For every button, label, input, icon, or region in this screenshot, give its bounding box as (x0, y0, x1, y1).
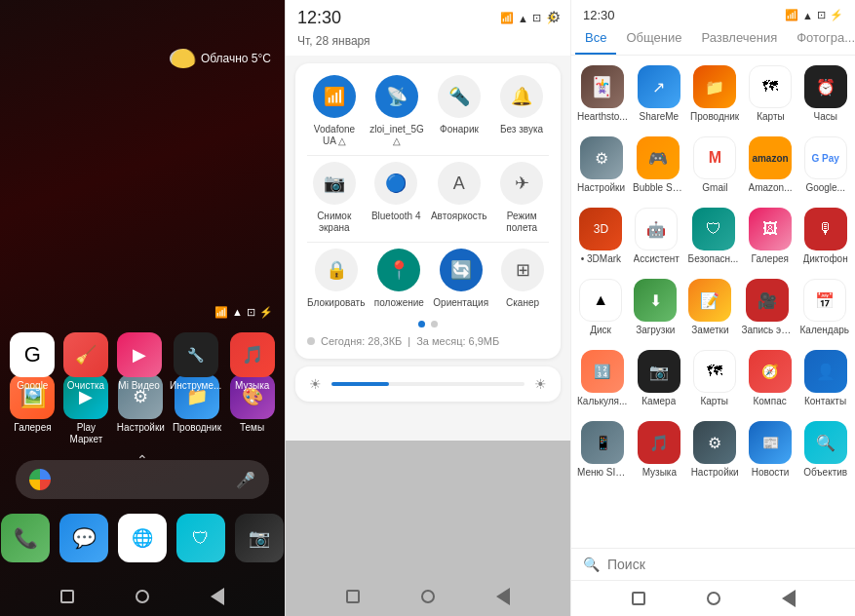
qs-tile-location[interactable]: 📍 положение (372, 249, 425, 309)
drawer-item-downloads[interactable]: ⬇ Загрузки (630, 275, 680, 340)
brightness-slider[interactable] (331, 382, 525, 386)
dot-1 (418, 321, 425, 327)
sim-tile-icon: 📶 (313, 75, 356, 118)
nav-recents[interactable] (58, 587, 77, 606)
drawer-item-camera2[interactable]: 📷 Камера (633, 346, 684, 411)
drawer-item-sim[interactable]: 📱 Меню SIM... (575, 417, 630, 482)
qs-tile-orientation[interactable]: 🔄 Ориентация (433, 249, 488, 309)
qs-tile-bluetooth[interactable]: 🔵 Bluetooth 4 (369, 162, 422, 234)
drawer-battery-icon: ⚡ (830, 9, 843, 21)
qs-tile-airplane[interactable]: ✈ Режим полета (495, 162, 549, 234)
qs-tile-lock[interactable]: 🔒 Блокировать (307, 249, 365, 309)
drawer-item-calendar[interactable]: 📅 Календарь (798, 275, 851, 340)
app-clean[interactable]: 🧹 Очистка (63, 332, 109, 392)
qs-tile-flashlight[interactable]: 🔦 Фонарик (432, 75, 486, 147)
calc-icon: 🔢 (581, 350, 624, 393)
camera-icon: 📷 (235, 514, 284, 562)
drawer-item-gallery2[interactable]: 🖼 Галерея (744, 204, 796, 269)
qs-tiles-row3: 🔒 Блокировать 📍 положение 🔄 Ориентация ⊞… (307, 249, 549, 309)
qs-tiles-row2: 📷 Снимок экрана 🔵 Bluetooth 4 A Автоярко… (307, 162, 549, 234)
drawer-item-news[interactable]: 📰 Новости (745, 417, 797, 482)
drawer-item-dictaphone[interactable]: 🎙 Диктофон (799, 204, 851, 269)
search-input[interactable] (607, 557, 843, 572)
drawer-item-notes[interactable]: 📝 Заметки (684, 275, 735, 340)
drawer-item-clock[interactable]: ⏰ Часы (800, 61, 851, 127)
drawer-search-bar[interactable]: 🔍 (571, 548, 855, 580)
drawer-item-lens[interactable]: 🔍 Объектив (799, 417, 851, 482)
app-tools[interactable]: 🔧 Инструме... (170, 332, 221, 392)
nav-back[interactable] (208, 587, 227, 606)
dock-camera[interactable]: 📷 (235, 514, 284, 562)
explorer-label: Проводник (690, 111, 739, 123)
drawer-item-3dmark[interactable]: 3D • 3DMark (575, 204, 627, 269)
dock-chrome[interactable]: 🌐 (118, 514, 167, 562)
drawer-item-drive[interactable]: ▲ Диск (575, 275, 626, 340)
gmail-label: Gmail (702, 182, 727, 194)
drawer-item-calc[interactable]: 🔢 Калькуля... (575, 346, 629, 411)
lock-wifi-icon: ▲ (232, 306, 243, 318)
qs-tile-autobrightness[interactable]: A Автояркость (431, 162, 487, 234)
drawer-item-explorer[interactable]: 📁 Проводник (688, 61, 741, 127)
qs-tile-scanner[interactable]: ⊞ Сканер (496, 249, 549, 309)
qs-tile-silent[interactable]: 🔔 Без звука (494, 75, 549, 147)
clean-icon: 🧹 (63, 332, 108, 377)
drawer-item-amazon[interactable]: amazon Amazon... (745, 133, 797, 198)
qs-page-dots (307, 317, 549, 331)
drawer-item-compass[interactable]: 🧭 Компас (744, 346, 796, 411)
dock-security[interactable]: 🛡 (176, 514, 225, 562)
notes-label: Заметки (691, 325, 728, 336)
music2-label: Музыка (642, 467, 677, 479)
qs-brightness-row: ☀ ☀ (295, 366, 561, 402)
qs-tiles-row1: 📶 Vodafone UA △ 📡 zloi_inet_5G △ 🔦 Фонар… (307, 75, 549, 147)
flashlight-tile-label: Фонарик (440, 124, 479, 135)
google-search-icon (29, 469, 51, 490)
tab-communication[interactable]: Общение (616, 22, 691, 55)
tab-all[interactable]: Все (575, 22, 616, 55)
qs-tile-screenshot[interactable]: 📷 Снимок экрана (307, 162, 361, 234)
app-google[interactable]: G Google (10, 332, 56, 392)
qs-nav-home[interactable] (418, 587, 438, 606)
drawer-item-music2[interactable]: 🎵 Музыка (634, 417, 685, 482)
drawer-item-settings2[interactable]: ⚙ Настройки (575, 133, 627, 198)
qs-nav-back[interactable] (493, 587, 513, 606)
app-mivideo[interactable]: ▶ Mi Видео (116, 332, 162, 392)
lock-screen: 📶 ▲ ⊡ ⚡ 12:26 Чт, 28 января Облачно 5°C … (0, 0, 285, 616)
tab-photo[interactable]: Фотогра... (787, 22, 855, 55)
app-music[interactable]: 🎵 Музыка (229, 332, 275, 392)
drawer-item-gpay[interactable]: G Pay Google... (799, 133, 851, 198)
compass-icon: 🧭 (749, 350, 792, 393)
drawer-nav-recents[interactable] (629, 589, 648, 608)
drawer-item-contacts[interactable]: 👤 Контакты (799, 346, 851, 411)
drawer-item-hearthstone[interactable]: 🃏 Hearthsto... (575, 61, 630, 127)
drawer-item-gmail[interactable]: M Gmail (689, 133, 741, 198)
drawer-item-video[interactable]: 🎥 Запись эк... (740, 275, 795, 340)
weather-icon (170, 49, 197, 68)
search-bar[interactable]: 🎤 (16, 460, 269, 499)
lock-battery-icon: ⚡ (259, 306, 273, 319)
camera2-label: Камера (641, 396, 676, 407)
drawer-nav-back[interactable] (779, 589, 798, 608)
drawer-item-security2[interactable]: 🛡 Безопасн... (686, 204, 741, 269)
nav-home[interactable] (133, 587, 152, 606)
app-files-label: Проводник (173, 422, 221, 434)
dock-messages[interactable]: 💬 (59, 514, 108, 562)
gallery2-label: Галерея (752, 253, 789, 265)
qs-tile-wifi[interactable]: 📡 zloi_inet_5G △ (369, 75, 424, 147)
drawer-row-2: ⚙ Настройки 🎮 Bubble Sto... M Gmail amaz… (575, 133, 851, 198)
settings-gear-button[interactable]: ⚙ (547, 8, 561, 26)
drawer-item-maps[interactable]: 🗺 Карты (745, 61, 796, 127)
usage-dot (307, 337, 315, 345)
dock-phone[interactable]: 📞 (1, 514, 50, 562)
qs-tile-sim[interactable]: 📶 Vodafone UA △ (307, 75, 362, 147)
drawer-item-bubble[interactable]: 🎮 Bubble Sto... (631, 133, 685, 198)
airplane-tile-label: Режим полета (495, 211, 549, 234)
drawer-item-assistant[interactable]: 🤖 Ассистент (631, 204, 682, 269)
drawer-item-maps2[interactable]: 🗺 Карты (688, 346, 740, 411)
tab-entertainment[interactable]: Развлечения (691, 22, 787, 55)
drawer-nav-home[interactable] (704, 589, 723, 608)
news-icon: 📰 (749, 421, 792, 464)
app-clean-label: Очистка (67, 380, 104, 392)
drawer-item-settings3[interactable]: ⚙ Настройки (689, 417, 741, 482)
drawer-item-shareme[interactable]: ↗ ShareMe (634, 61, 684, 127)
qs-nav-recents[interactable] (343, 587, 363, 606)
